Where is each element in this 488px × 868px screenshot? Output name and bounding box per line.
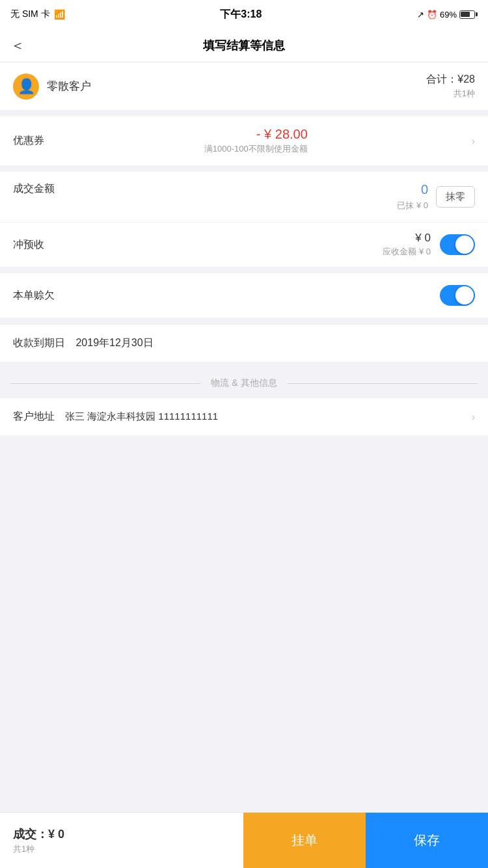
status-time: 下午3:18 — [220, 8, 262, 21]
deal-prepay-section: 成交金额 0 已抹 ¥ 0 抹零 冲预收 ¥ 0 应收金额 ¥ 0 — [0, 172, 488, 267]
logistics-divider: 物流 & 其他信息 — [0, 368, 488, 398]
nav-bar: ＜ 填写结算等信息 — [0, 29, 488, 62]
coupon-right: - ¥ 28.00 满1000-100不限制使用金额 — [204, 127, 308, 155]
customer-avatar: 👤 — [13, 74, 39, 100]
bottom-deal-label: 成交：¥ 0 — [13, 826, 230, 842]
charge-prepay-row: 冲预收 ¥ 0 应收金额 ¥ 0 — [0, 223, 488, 267]
customer-name: 零散客户 — [47, 79, 91, 94]
divider-line-left — [10, 383, 200, 384]
status-left: 无 SIM 卡 📶 — [10, 8, 65, 20]
address-section[interactable]: 客户地址 张三 海淀永丰科技园 11111111111 › — [0, 398, 488, 435]
deal-amount-col: 0 已抹 ¥ 0 — [397, 182, 428, 211]
address-value: 张三 海淀永丰科技园 11111111111 — [65, 411, 218, 423]
customer-section: 👤 零散客户 合计：¥28 共1种 — [0, 62, 488, 110]
debit-section: 本单赊欠 — [0, 273, 488, 318]
wifi-icon: 📶 — [54, 9, 65, 20]
charge-main-value: ¥ 0 — [383, 232, 431, 245]
coupon-row[interactable]: 优惠券 - ¥ 28.00 满1000-100不限制使用金额 › — [0, 116, 488, 165]
deal-amount-right: 0 已抹 ¥ 0 抹零 — [397, 182, 475, 211]
debit-toggle[interactable] — [440, 285, 475, 306]
coupon-label: 优惠券 — [13, 134, 44, 148]
due-date-label: 收款到期日 — [13, 337, 65, 348]
charge-prepay-label: 冲预收 — [13, 238, 44, 252]
avatar-icon: 👤 — [18, 78, 35, 95]
main-content: 👤 零散客户 合计：¥28 共1种 优惠券 - ¥ 28.00 满1000-10… — [0, 62, 488, 500]
customer-count: 共1种 — [426, 88, 475, 100]
back-button[interactable]: ＜ — [10, 36, 25, 55]
page-title: 填写结算等信息 — [203, 38, 285, 53]
bottom-deal-text: 成交： — [13, 828, 48, 841]
hang-order-button[interactable]: 挂单 — [243, 813, 366, 868]
address-left: 客户地址 张三 海淀永丰科技园 11111111111 — [13, 410, 218, 424]
charge-prepay-toggle[interactable] — [440, 234, 475, 255]
coupon-chevron-icon: › — [472, 135, 475, 147]
coupon-section: 优惠券 - ¥ 28.00 满1000-100不限制使用金额 › — [0, 116, 488, 165]
deal-amount-sub: 已抹 ¥ 0 — [397, 200, 428, 211]
round-zero-button[interactable]: 抹零 — [436, 186, 475, 208]
charge-prepay-right: ¥ 0 应收金额 ¥ 0 — [383, 232, 475, 258]
save-button[interactable]: 保存 — [366, 813, 488, 868]
customer-total: 合计：¥28 — [426, 73, 475, 87]
deal-amount-value: 0 — [397, 182, 428, 197]
address-label: 客户地址 — [13, 410, 55, 424]
due-date-section: 收款到期日 2019年12月30日 — [0, 324, 488, 362]
deal-amount-row: 成交金额 0 已抹 ¥ 0 抹零 — [0, 172, 488, 223]
due-date-value: 2019年12月30日 — [75, 337, 153, 348]
status-bar: 无 SIM 卡 📶 下午3:18 ↗ ⏰ 69% — [0, 0, 488, 29]
no-sim-label: 无 SIM 卡 — [10, 8, 50, 20]
deal-amount-label: 成交金额 — [13, 182, 55, 196]
battery-icon — [459, 10, 478, 19]
bottom-deal-amount: ¥ 0 — [48, 828, 64, 841]
customer-right: 合计：¥28 共1种 — [426, 73, 475, 100]
status-right: ↗ ⏰ 69% — [417, 10, 478, 20]
alarm-icon: ⏰ — [427, 10, 437, 20]
debit-label: 本单赊欠 — [13, 289, 55, 303]
bottom-count: 共1种 — [13, 843, 230, 855]
due-date-row: 收款到期日 2019年12月30日 — [0, 324, 488, 362]
coupon-discount: - ¥ 28.00 — [204, 127, 308, 142]
battery-percent: 69% — [440, 10, 457, 20]
bottom-bar: 成交：¥ 0 共1种 挂单 保存 — [0, 812, 488, 868]
charge-prepay-values: ¥ 0 应收金额 ¥ 0 — [383, 232, 431, 258]
charge-sub-value: 应收金额 ¥ 0 — [383, 246, 431, 258]
debit-toggle-knob — [455, 286, 474, 305]
divider-line-right — [288, 383, 478, 384]
coupon-desc: 满1000-100不限制使用金额 — [204, 143, 308, 155]
bottom-info: 成交：¥ 0 共1种 — [0, 813, 243, 868]
toggle-knob — [455, 236, 474, 254]
logistics-label: 物流 & 其他信息 — [211, 377, 277, 389]
location-icon: ↗ — [417, 10, 424, 20]
address-chevron-icon: › — [472, 411, 475, 423]
customer-left: 👤 零散客户 — [13, 74, 91, 100]
